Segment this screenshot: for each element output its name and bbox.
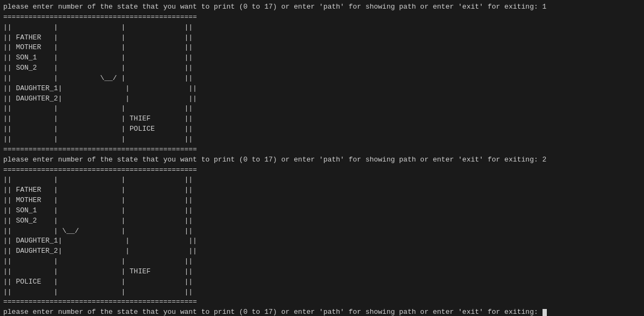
state2-row-8: || | | ||	[3, 257, 641, 267]
state1-row-5: || | \__/ | ||	[3, 73, 641, 84]
state1-row-2: || MOTHER | | ||	[3, 43, 641, 53]
state1-row-1: || FATHER | | ||	[3, 33, 641, 43]
state2-row-0: || | | ||	[3, 175, 641, 185]
state2-row-7: || DAUGHTER_2| | ||	[3, 246, 641, 257]
state2-row-3: || SON_1 | | ||	[3, 206, 641, 216]
state2-row-9: || | | THIEF ||	[3, 267, 641, 277]
state1-row-3: || SON_1 | | ||	[3, 53, 641, 63]
state2-row-5: || | \__/ | ||	[3, 226, 641, 237]
state1-row-4: || SON_2 | | ||	[3, 63, 641, 73]
state2-row-1: || FATHER | | ||	[3, 185, 641, 196]
state1-row-6: || DAUGHTER_1| | ||	[3, 84, 641, 94]
state1-row-10: || | | POLICE ||	[3, 124, 641, 135]
terminal-cursor	[543, 309, 547, 316]
state1-row-7: || DAUGHTER_2| | ||	[3, 94, 641, 104]
state1-row-0: || | | ||	[3, 23, 641, 33]
state1-row-11: || | | ||	[3, 135, 641, 145]
state1-row-8: || | | ||	[3, 104, 641, 114]
prompt-line-1: please enter number of the state that yo…	[3, 2, 641, 12]
separator-2: ========================================…	[3, 145, 641, 155]
terminal-window[interactable]: please enter number of the state that yo…	[0, 0, 644, 316]
separator-3: ========================================…	[3, 165, 641, 176]
separator-4: ========================================…	[3, 297, 641, 307]
state1-row-9: || | | THIEF ||	[3, 114, 641, 124]
state2-row-10: || POLICE | | ||	[3, 277, 641, 287]
state2-row-11: || | | ||	[3, 287, 641, 298]
state2-row-4: || SON_2 | | ||	[3, 216, 641, 226]
separator-1: ========================================…	[3, 12, 641, 23]
prompt-line-3: please enter number of the state that yo…	[3, 307, 641, 316]
prompt-line-2: please enter number of the state that yo…	[3, 155, 641, 165]
state2-row-6: || DAUGHTER_1| | ||	[3, 236, 641, 246]
state2-row-2: || MOTHER | | ||	[3, 196, 641, 206]
